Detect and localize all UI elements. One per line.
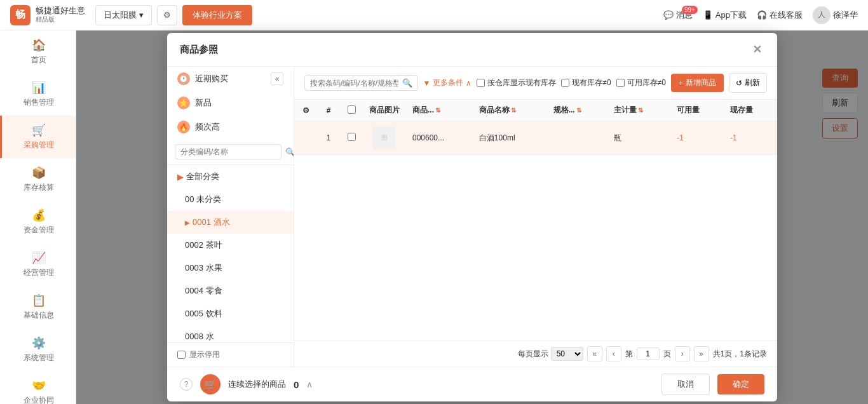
show-disabled-area: 显示停用	[167, 342, 294, 367]
available-nonzero-checkbox[interactable]	[616, 79, 625, 87]
col-name[interactable]: 商品名称⇅	[473, 100, 547, 121]
prev-page-button[interactable]: ‹	[606, 346, 621, 361]
sidebar-item-enterprise[interactable]: 🤝 企业协同	[0, 371, 76, 404]
sidebar-item-system[interactable]: ⚙️ 系统管理	[0, 328, 76, 371]
category-0001[interactable]: ▶ 0001 酒水	[167, 211, 294, 234]
message-badge: 99+	[682, 6, 698, 14]
add-product-label: 新增商品	[686, 77, 716, 88]
col-spec[interactable]: 规格...⇅	[547, 100, 608, 121]
category-0003-label: 0003 水果	[185, 262, 222, 274]
product-reference-modal: 商品参照 ✕ 🕐 近期购买 «	[167, 33, 777, 401]
refresh-icon: ↺	[736, 79, 742, 88]
sidebar-label-home: 首页	[31, 55, 46, 65]
modal-header: 商品参照 ✕	[167, 33, 777, 67]
expand-icon: ▶	[177, 172, 184, 182]
nav-action-button[interactable]: 体验行业方案	[182, 5, 252, 25]
nav-messages[interactable]: 💬 消息 99+	[663, 10, 693, 21]
col-settings[interactable]: ⚙	[294, 100, 317, 121]
recent-tabs: 🕐 近期购买 « ⭐ 新品 🔥 频次高	[167, 67, 294, 139]
sidebar-label-operations: 经营管理	[24, 267, 54, 278]
table-row[interactable]: 1 图 000600... 白酒100ml 瓶	[294, 121, 777, 155]
product-search-box[interactable]: 🔍	[304, 75, 418, 91]
category-0003[interactable]: 0003 水果	[167, 257, 294, 279]
nav-service[interactable]: 🎧 在线客服	[757, 10, 803, 21]
sidebar-item-home[interactable]: 🏠 首页	[0, 30, 76, 73]
logo-area: 畅 畅捷通好生意 精品版	[10, 5, 85, 25]
last-page-button[interactable]: »	[694, 346, 709, 361]
recent-tab-frequent[interactable]: 🔥 频次高	[167, 115, 294, 139]
sidebar-item-operations[interactable]: 📈 经营管理	[0, 243, 76, 286]
col-stock[interactable]: 现存量	[724, 100, 777, 121]
first-page-button[interactable]: «	[587, 346, 602, 361]
col-available[interactable]: 可用量	[670, 100, 724, 121]
sidebar-label-finance: 资金管理	[24, 225, 54, 236]
top-nav: 畅 畅捷通好生意 精品版 日太阳膜 ▾ ⚙ 体验行业方案 💬 消息 99+ 📱 …	[0, 0, 868, 30]
category-search-input[interactable]	[175, 144, 281, 159]
category-all-label: 全部分类	[186, 171, 219, 182]
cancel-button[interactable]: 取消	[661, 374, 710, 395]
select-all-checkbox[interactable]	[348, 105, 356, 114]
confirm-button[interactable]: 确定	[717, 374, 764, 394]
category-0005[interactable]: 0005 饮料	[167, 302, 294, 325]
product-search-input[interactable]	[310, 79, 398, 88]
checkbox-available-nonzero[interactable]: 可用库存≠0	[616, 77, 666, 88]
warehouse-checkbox[interactable]	[477, 79, 485, 87]
category-panel: 🕐 近期购买 « ⭐ 新品 🔥 频次高	[167, 67, 294, 367]
product-toolbar: 🔍 ▼ 更多条件 ∧ 按仓库显示现有库存	[294, 67, 777, 100]
checkbox-warehouse[interactable]: 按仓库显示现有库存	[477, 77, 556, 88]
page-size-dropdown[interactable]: 20 50 100	[551, 347, 583, 361]
row-check-cell[interactable]	[340, 121, 363, 155]
settings-icon[interactable]: ⚙	[157, 5, 177, 25]
recent-tab-new-label: 新品	[195, 97, 212, 109]
sidebar-label-system: 系统管理	[24, 353, 54, 363]
category-0004[interactable]: 0004 零食	[167, 279, 294, 302]
filter-icon: ▼	[423, 79, 431, 88]
category-search-icon[interactable]: 🔍	[285, 147, 294, 157]
show-disabled-checkbox[interactable]	[177, 351, 186, 359]
nav-app-download[interactable]: 📱 App下载	[703, 10, 747, 21]
category-list: ▶ 全部分类 00 未分类 ▶ 0001 酒水 0002 茶	[167, 165, 294, 342]
nav-selector-dropdown[interactable]: 日太阳膜 ▾	[95, 5, 152, 25]
checkbox-stock-nonzero[interactable]: 现有库存≠0	[561, 77, 611, 88]
sidebar-item-sales[interactable]: 📊 销售管理	[0, 73, 76, 116]
category-0002[interactable]: 0002 茶叶	[167, 234, 294, 257]
page-suffix: 页	[663, 349, 671, 360]
col-code[interactable]: 商品...⇅	[406, 100, 473, 121]
page-label: 第	[625, 349, 633, 360]
finance-icon: 💰	[32, 208, 46, 222]
col-unit[interactable]: 主计量⇅	[607, 100, 670, 121]
stock-nonzero-checkbox[interactable]	[561, 79, 569, 87]
modal-footer: ? 🛒 连续选择的商品 0 ∧ 取消 确定	[167, 367, 777, 401]
category-00[interactable]: 00 未分类	[167, 188, 294, 211]
filter-button[interactable]: ▼ 更多条件 ∧	[423, 77, 472, 88]
headset-icon: 🎧	[757, 10, 767, 20]
sidebar-item-finance[interactable]: 💰 资金管理	[0, 201, 76, 243]
sidebar-item-purchase[interactable]: 🛒 采购管理	[0, 116, 76, 158]
collapse-cart-icon[interactable]: ∧	[306, 379, 313, 389]
page-size-label: 每页显示	[518, 349, 548, 360]
recent-tab-frequent-label: 频次高	[195, 121, 220, 133]
col-check[interactable]	[340, 100, 363, 121]
help-icon[interactable]: ?	[180, 378, 193, 391]
category-0008[interactable]: 0008 水	[167, 325, 294, 342]
sidebar-item-inventory[interactable]: 📦 库存核算	[0, 158, 76, 201]
row-checkbox[interactable]	[348, 133, 356, 141]
enterprise-icon: 🤝	[32, 379, 46, 393]
warehouse-label: 按仓库显示现有库存	[487, 77, 556, 88]
refresh-label: 刷新	[745, 77, 760, 88]
nav-user[interactable]: 人 徐泽华	[813, 6, 858, 24]
sidebar-item-basic-info[interactable]: 📋 基础信息	[0, 286, 76, 328]
page-input[interactable]	[637, 347, 660, 360]
cart-button[interactable]: 🛒	[200, 374, 220, 394]
category-search: 🔍	[167, 139, 294, 165]
category-all[interactable]: ▶ 全部分类	[167, 165, 294, 188]
modal-close-button[interactable]: ✕	[749, 42, 764, 57]
collapse-button[interactable]: «	[271, 72, 283, 85]
clock-icon: 🕐	[177, 72, 190, 85]
search-icon[interactable]: 🔍	[402, 78, 412, 88]
recent-tab-purchases[interactable]: 🕐 近期购买 «	[167, 67, 294, 91]
next-page-button[interactable]: ›	[675, 346, 690, 361]
refresh-button[interactable]: ↺ 刷新	[729, 73, 767, 93]
recent-tab-new[interactable]: ⭐ 新品	[167, 91, 294, 115]
add-product-button[interactable]: + 新增商品	[671, 74, 724, 92]
